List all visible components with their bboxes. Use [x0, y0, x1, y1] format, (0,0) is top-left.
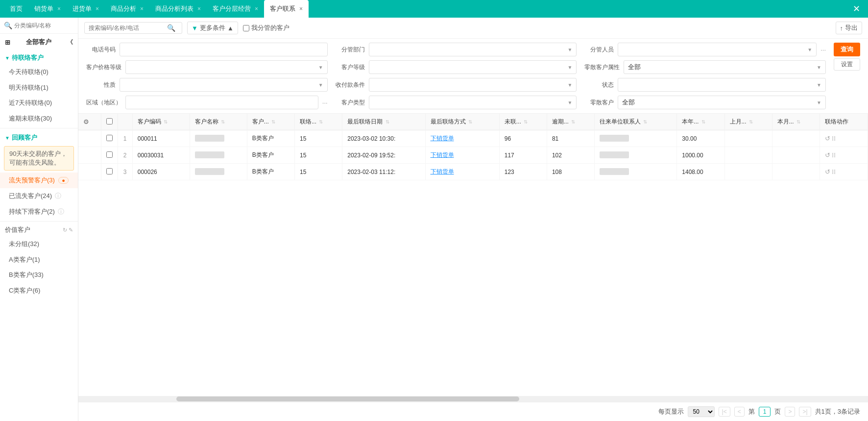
cell-checkbox-2[interactable] — [101, 164, 118, 180]
sidebar-item-churn-warning[interactable]: 流失预警客户(3) ● — [0, 173, 78, 188]
sidebar-item-ungroup[interactable]: 未分组(32) — [0, 236, 78, 252]
nav-purchase[interactable]: 进货单 × — [67, 0, 105, 18]
horizontal-scrollbar[interactable] — [78, 396, 868, 402]
sidebar-item-7days[interactable]: 近7天待联络(0) — [0, 95, 78, 111]
close-purchase-icon[interactable]: × — [96, 0, 99, 18]
filter-manager-select[interactable]: ▼ — [618, 43, 817, 56]
page-size-select[interactable]: 50 100 — [688, 406, 715, 417]
filter-price-level-select[interactable]: ▼ — [125, 60, 328, 74]
nav-home[interactable]: 首页 — [4, 0, 28, 18]
retail-attr-arrow-icon: ▼ — [817, 65, 821, 70]
filter-status-select[interactable]: ▼ — [618, 78, 826, 92]
gear-icon[interactable]: ⚙ — [83, 118, 89, 125]
filter-phone-input[interactable] — [120, 43, 328, 56]
th-name[interactable]: 客户名称 ⇅ — [190, 114, 247, 130]
first-page-button[interactable]: |< — [719, 407, 730, 417]
row-checkbox-0[interactable] — [106, 135, 113, 141]
filter-region-select[interactable] — [125, 96, 318, 109]
th-last-month[interactable]: 上月... ⇅ — [724, 114, 772, 130]
row-checkbox-2[interactable] — [106, 168, 113, 174]
filter-customer-level-select[interactable]: ▼ — [369, 60, 577, 74]
sidebar-item-class-b[interactable]: B类客户(33) — [0, 267, 78, 283]
nav-customer-tier[interactable]: 客户分层经营 × — [207, 0, 264, 18]
nav-customer-contact[interactable]: 客户联系 × — [264, 0, 309, 18]
my-customers-checkbox[interactable] — [243, 25, 249, 31]
nav-product-list[interactable]: 商品分析列表 × — [149, 0, 207, 18]
nav-sales[interactable]: 销货单 × — [28, 0, 67, 18]
sidebar-search-input[interactable] — [14, 22, 78, 29]
sidebar-search: 🔍 — [0, 18, 78, 34]
cell-last-method-0[interactable]: 下销货单 — [425, 130, 499, 147]
th-code[interactable]: 客户编码 ⇅ — [132, 114, 190, 130]
th-this-year[interactable]: 本年... ⇅ — [677, 114, 724, 130]
search-input-wrap[interactable]: 🔍 — [84, 22, 182, 34]
sort-date-icon: ⇅ — [386, 119, 389, 124]
cell-checkbox-1[interactable] — [101, 147, 118, 164]
search-input[interactable] — [89, 25, 167, 31]
filter-retail-attr-select[interactable]: 全部 ▼ — [624, 60, 826, 74]
nav-product-analysis[interactable]: 商品分析 × — [105, 0, 149, 18]
action-icons-2[interactable]: ↺ ⁞⁞ — [825, 168, 836, 175]
cell-unit-contact-1 — [595, 147, 677, 164]
sidebar-item-class-c[interactable]: C类客户(6) — [0, 283, 78, 298]
filter-row-4: 区域（地区） ··· 客户类型 ▼ — [86, 96, 826, 109]
th-gear[interactable]: ⚙ — [78, 114, 101, 130]
filter-payment-select[interactable]: ▼ — [369, 78, 577, 92]
th-overdue[interactable]: 逾期... ⇅ — [547, 114, 594, 130]
filter-more-button[interactable]: ▼ 更多条件 ▲ — [187, 22, 238, 34]
region-dots-icon[interactable]: ··· — [322, 99, 328, 106]
filter-ctype-select[interactable]: ▼ — [369, 96, 577, 109]
cell-last-method-2[interactable]: 下销货单 — [425, 164, 499, 180]
sidebar-section-pending[interactable]: ▼ 待联络客户 — [0, 50, 78, 64]
last-page-button[interactable]: >| — [799, 407, 811, 417]
close-customer-contact-icon[interactable]: × — [299, 0, 303, 18]
select-all-checkbox[interactable] — [106, 118, 113, 124]
filter-nature-select[interactable]: ▼ — [120, 78, 328, 92]
th-unit-contact[interactable]: 往来单位联系人 ⇅ — [595, 114, 677, 130]
action-icons-1[interactable]: ↺ ⁞⁞ — [825, 151, 836, 159]
sidebar-search-icon: 🔍 — [4, 22, 12, 29]
filter-retail-select[interactable]: 全部 ▼ — [618, 96, 826, 109]
close-product-list-icon[interactable]: × — [197, 0, 201, 18]
close-sales-icon[interactable]: × — [57, 0, 61, 18]
th-this-month[interactable]: 本月... ⇅ — [772, 114, 820, 130]
cell-last-method-1[interactable]: 下销货单 — [425, 147, 499, 164]
th-last-date[interactable]: 最后联络日期 ⇅ — [342, 114, 425, 130]
page-number[interactable]: 1 — [759, 407, 771, 417]
th-type[interactable]: 客户... ⇅ — [247, 114, 294, 130]
close-customer-tier-icon[interactable]: × — [255, 0, 258, 18]
close-product-analysis-icon[interactable]: × — [140, 0, 144, 18]
sidebar-section-churn[interactable]: ▼ 回顾客户 — [0, 130, 78, 144]
sidebar-item-overdue[interactable]: 逾期未联络(30) — [0, 111, 78, 126]
my-customers-filter[interactable]: 我分管的客户 — [243, 24, 289, 32]
filter-region-label: 区域（地区） — [86, 99, 121, 107]
export-button[interactable]: ↑ 导出 — [836, 22, 863, 34]
manager-dots-icon[interactable]: ··· — [820, 46, 826, 53]
action-icons-0[interactable]: ↺ ⁞⁞ — [825, 135, 836, 142]
th-uncontacted[interactable]: 未联... ⇅ — [499, 114, 547, 130]
query-button[interactable]: 查询 — [834, 43, 860, 56]
payment-arrow-icon: ▼ — [567, 82, 572, 88]
sidebar-item-class-a[interactable]: A类客户(1) — [0, 252, 78, 268]
filter-dept-select[interactable]: ▼ — [369, 43, 577, 56]
th-last-method[interactable]: 最后联络方式 ⇅ — [425, 114, 499, 130]
retail-arrow-icon: ▼ — [817, 100, 821, 105]
sidebar-item-tomorrow[interactable]: 明天待联络(1) — [0, 80, 78, 96]
sidebar-all-customers[interactable]: ⊞ 全部客户 《 — [0, 34, 78, 50]
sidebar-item-declining[interactable]: 持续下滑客户(2) ⓘ — [0, 204, 78, 220]
scrollbar-thumb[interactable] — [176, 396, 519, 401]
sidebar-item-churned[interactable]: 已流失客户(24) ⓘ — [0, 188, 78, 204]
th-action: 联络动作 — [820, 114, 868, 130]
filter-phone-label: 电话号码 — [86, 46, 116, 54]
th-contact[interactable]: 联络... ⇅ — [295, 114, 342, 130]
sidebar-section-valued[interactable]: 价值客户 ↻ ✎ — [0, 223, 78, 236]
prev-page-button[interactable]: < — [734, 407, 745, 417]
row-checkbox-1[interactable] — [106, 151, 113, 158]
settings-button[interactable]: 设置 — [834, 58, 860, 71]
sidebar-collapse-icon[interactable]: 《 — [67, 38, 73, 47]
close-all-icon[interactable]: ✕ — [849, 3, 864, 14]
sidebar-item-today[interactable]: 今天待联络(0) — [0, 64, 78, 80]
search-submit-icon[interactable]: 🔍 — [167, 24, 175, 32]
next-page-button[interactable]: > — [785, 407, 795, 417]
cell-checkbox-0[interactable] — [101, 130, 118, 147]
